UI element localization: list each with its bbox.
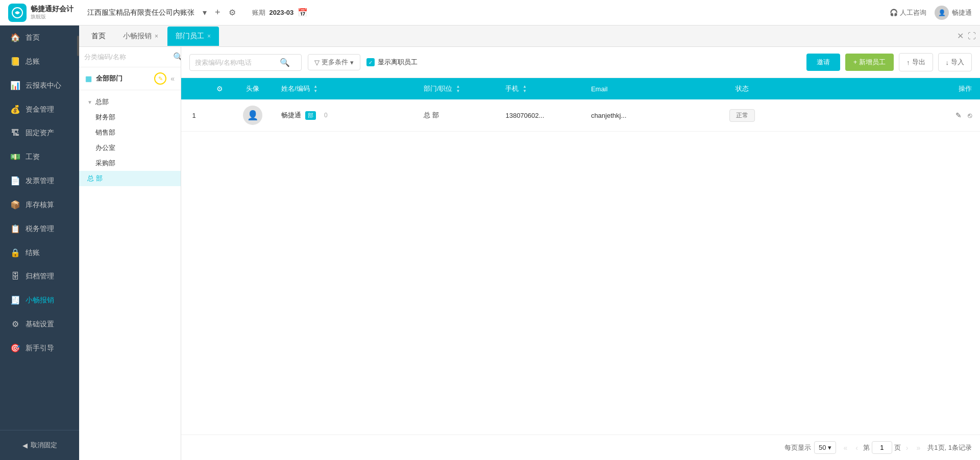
support-btn[interactable]: 🎧 人工咨询 — [890, 8, 926, 17]
tab-dept-emp-close[interactable]: × — [207, 33, 211, 40]
page-nav: « ‹ 第 页 › » — [840, 441, 923, 454]
per-page-selector[interactable]: 50 ▾ — [814, 441, 836, 454]
page-input[interactable] — [872, 441, 892, 454]
tab-home-label: 首页 — [91, 32, 106, 41]
prev-page-btn[interactable]: ‹ — [852, 443, 861, 453]
add-employee-btn[interactable]: + 新增员工 — [845, 54, 894, 71]
sidebar-label-xiaochang: 小畅报销 — [26, 296, 54, 305]
edit-btn[interactable]: ✎ — [955, 111, 962, 119]
sidebar-item-invoice[interactable]: 📄 发票管理 — [0, 169, 79, 193]
mobile-sort-icon[interactable]: ▲▼ — [523, 85, 527, 93]
dept-node-sales[interactable]: 销售部 — [79, 125, 181, 140]
sidebar-item-capital[interactable]: 💰 资金管理 — [0, 97, 79, 121]
dept-label-sales: 销售部 — [95, 128, 115, 137]
invite-btn[interactable]: 邀请 — [806, 54, 840, 71]
page-size-select: 每页显示 50 ▾ — [785, 441, 836, 454]
cell-settings — [207, 99, 232, 132]
first-page-btn[interactable]: « — [840, 443, 850, 453]
col-mobile-label: 手机 — [505, 85, 519, 92]
dept-node-finance[interactable]: 财务部 — [79, 110, 181, 125]
window-expand-icon[interactable]: ⛶ — [968, 32, 976, 41]
dept-edit-btn[interactable]: ✎ — [154, 72, 166, 85]
dept-node-general[interactable]: 总 部 — [79, 171, 181, 186]
top-bar-center: 江西服宝精品有限责任公司内账张 ▾ + ⚙ 账期 2023-03 📅 — [87, 7, 890, 18]
dept-node-office[interactable]: 办公室 — [79, 140, 181, 156]
sidebar-item-xiaochang[interactable]: 🧾 小畅报销 — [0, 288, 79, 312]
col-dept[interactable]: 部门/职位 ▲▼ — [415, 78, 497, 99]
logo-icon — [8, 4, 27, 22]
next-page-btn[interactable]: › — [903, 443, 912, 453]
logo-text: 畅捷通好会计 旗舰版 — [31, 5, 74, 20]
col-action-label: 操作 — [959, 85, 972, 92]
cancel-pin-btn[interactable]: ◀ 取消固定 — [0, 436, 79, 455]
calendar-icon[interactable]: 📅 — [298, 8, 308, 17]
col-action: 操作 — [822, 78, 980, 99]
col-name[interactable]: 姓名/编码 ▲▼ — [273, 78, 415, 99]
employee-search-input[interactable] — [195, 59, 277, 66]
dept-node-purchase[interactable]: 采购部 — [79, 156, 181, 171]
dept-panel: 🔍 ▦ 全部部门 ✎ « ▼ 总部 财务部 — [79, 47, 181, 460]
tab-xiaochang-close[interactable]: × — [155, 33, 158, 40]
col-status: 状态 — [663, 78, 821, 99]
headset-icon: 🎧 — [890, 9, 898, 16]
last-page-btn[interactable]: » — [914, 443, 924, 453]
guide-icon: 🎯 — [10, 343, 20, 353]
invoice-icon: 📄 — [10, 176, 20, 186]
sidebar-item-inventory[interactable]: 📦 库存核算 — [0, 193, 79, 217]
employee-search-icon[interactable]: 🔍 — [280, 58, 290, 67]
sidebar-item-settings[interactable]: ⚙ 基础设置 — [0, 312, 79, 336]
settings-icon[interactable]: ⚙ — [229, 8, 236, 17]
filter-btn[interactable]: ▽ 更多条件 ▾ — [308, 54, 360, 70]
show-resigned-label: 显示离职员工 — [378, 58, 418, 67]
window-close-icon[interactable]: ✕ — [957, 31, 964, 41]
sidebar-item-assets[interactable]: 🏗 固定资产 — [0, 121, 79, 145]
tab-xiaochang[interactable]: 小畅报销 × — [115, 27, 166, 46]
dept-node-root[interactable]: ▼ 总部 — [79, 94, 181, 110]
dept-search-area: 🔍 — [79, 47, 181, 67]
cell-email: chanjethkj... — [583, 99, 663, 132]
cell-action: ✎ ⎋ — [822, 99, 980, 132]
inventory-icon: 📦 — [10, 200, 20, 210]
tab-dept-emp[interactable]: 部门员工 × — [167, 27, 219, 46]
company-name: 江西服宝精品有限责任公司内账张 — [87, 8, 194, 17]
name-sort-icon[interactable]: ▲▼ — [313, 85, 317, 93]
capital-icon: 💰 — [10, 105, 20, 114]
total-info: 共1页, 1条记录 — [927, 443, 972, 452]
logo-area: 畅捷通好会计 旗舰版 — [8, 4, 87, 22]
employee-name: 畅捷通 — [281, 111, 301, 120]
import-icon: ↓ — [946, 59, 949, 66]
col-email-label: Email — [591, 85, 608, 93]
scroll-thumb[interactable] — [77, 36, 79, 56]
sidebar-item-salary[interactable]: 💵 工资 — [0, 145, 79, 169]
cancel-pin-label: 取消固定 — [31, 441, 57, 450]
show-resigned-toggle[interactable]: ✓ 显示离职员工 — [366, 58, 418, 67]
add-icon[interactable]: + — [215, 7, 220, 18]
tab-home[interactable]: 首页 — [83, 27, 114, 46]
archive-icon: 🗄 — [10, 272, 20, 281]
dept-tree-header: ▦ 全部部门 ✎ « — [79, 67, 181, 90]
sidebar-item-close[interactable]: 🔒 结账 — [0, 241, 79, 265]
export-btn[interactable]: ↑ 导出 — [899, 53, 933, 71]
col-mobile[interactable]: 手机 ▲▼ — [497, 78, 582, 99]
ledger-icon: 📒 — [10, 57, 20, 66]
sidebar-item-tax[interactable]: 📋 税务管理 — [0, 217, 79, 241]
logout-btn[interactable]: ⎋ — [968, 111, 972, 119]
dropdown-arrow-icon[interactable]: ▾ — [203, 8, 207, 17]
sidebar-item-reports[interactable]: 📊 云报表中心 — [0, 73, 79, 97]
sidebar-item-home[interactable]: 🏠 首页 — [0, 25, 79, 49]
col-settings[interactable]: ⚙ — [207, 78, 232, 99]
dept-sort-icon[interactable]: ▲▼ — [456, 85, 460, 93]
filter-arrow-icon: ▾ — [350, 59, 354, 66]
sidebar-item-archive[interactable]: 🗄 归档管理 — [0, 265, 79, 288]
import-btn[interactable]: ↓ 导入 — [938, 53, 972, 71]
dept-search-icon[interactable]: 🔍 — [173, 52, 181, 62]
col-avatar-label: 头像 — [246, 85, 259, 92]
dept-collapse-btn[interactable]: « — [170, 74, 175, 83]
employee-code: 0 — [324, 112, 328, 119]
user-area[interactable]: 👤 畅捷通 — [935, 6, 972, 20]
sidebar-item-guide[interactable]: 🎯 新手引导 — [0, 336, 79, 360]
dept-search-input[interactable] — [84, 53, 170, 61]
sidebar-item-ledger[interactable]: 📒 总账 — [0, 49, 79, 73]
show-resigned-checkbox[interactable]: ✓ — [366, 58, 375, 66]
col-dept-label: 部门/职位 — [424, 85, 452, 92]
